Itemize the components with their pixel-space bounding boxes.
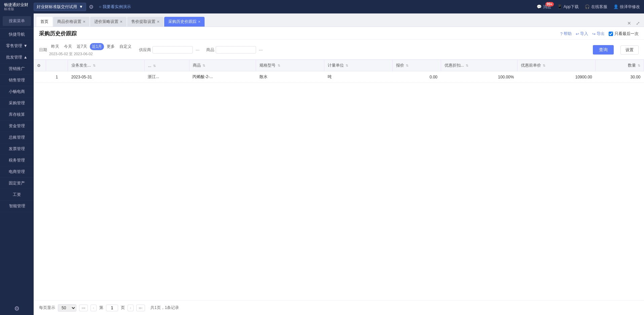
sidebar-item-retail[interactable]: 零售管理 ▼ xyxy=(0,40,34,52)
next-page-button[interactable]: › xyxy=(128,305,134,311)
date-today-button[interactable]: 今天 xyxy=(62,43,74,50)
version-selector[interactable]: 好业财标准版交付试用 ▼ xyxy=(34,3,86,11)
sort-icon: ⇅ xyxy=(153,64,156,68)
sidebar-search-section: 搜索菜单 xyxy=(0,13,34,29)
export-icon: ↪ xyxy=(592,32,596,36)
help-button[interactable]: ? 帮助 xyxy=(560,31,572,37)
phone-icon: 📱 xyxy=(557,4,562,9)
th-spec[interactable]: 规格型号 ⇅ xyxy=(256,60,324,71)
th-num xyxy=(46,60,68,71)
th-quantity[interactable]: 数量 ⇅ xyxy=(596,60,644,71)
search-menu-button[interactable]: 搜索菜单 xyxy=(3,16,31,26)
app-download-button[interactable]: 📱 App下载 xyxy=(557,4,579,10)
user-profile-button[interactable]: 👤 徐泽华修改 xyxy=(613,4,640,10)
import-icon: ↩ xyxy=(576,32,579,36)
sidebar-item-assets[interactable]: 固定资产 xyxy=(0,178,34,189)
total-info: 共1页，1条记录 xyxy=(150,305,179,311)
sidebar-item-ecommerce-small[interactable]: 小畅电商 xyxy=(0,86,34,98)
date-more-button[interactable]: 更多 xyxy=(105,43,117,50)
th-date[interactable]: 业务发生... ⇅ xyxy=(68,60,144,71)
th-settings[interactable]: ⚙ xyxy=(34,60,46,71)
supplier-input[interactable] xyxy=(152,46,193,54)
product-more-button[interactable]: ··· xyxy=(257,47,264,53)
product-label: 商品 xyxy=(206,47,214,53)
notification-button[interactable]: 💬 消息 99+ xyxy=(537,4,551,10)
sidebar-item-marketing[interactable]: 营销推广 xyxy=(0,63,34,75)
th-discount[interactable]: 优惠折扣... ⇅ xyxy=(441,60,517,71)
first-page-button[interactable]: ⏮ xyxy=(79,305,88,311)
last-page-button[interactable]: ⏭ xyxy=(136,305,145,311)
notification-icon: 💬 xyxy=(537,4,542,9)
tab-price-settings[interactable]: 商品价格设置 ✕ xyxy=(53,17,90,27)
sidebar-item-ledger[interactable]: 总账管理 xyxy=(0,132,34,143)
sidebar-item-finance[interactable]: 资金管理 xyxy=(0,120,34,132)
demo-link[interactable]: ○ 我要看实例演示 xyxy=(99,4,131,10)
product-input[interactable] xyxy=(216,46,256,54)
per-page-label: 每页显示 xyxy=(39,305,55,311)
date-last1m-button[interactable]: 近1月 xyxy=(90,43,104,50)
tab-sale-price[interactable]: 售价提取设置 ✕ xyxy=(127,17,164,27)
sidebar-item-ecommerce[interactable]: 电商管理 xyxy=(0,166,34,178)
filter-settings-button[interactable]: 设置 xyxy=(620,45,639,55)
date-yesterday-button[interactable]: 昨天 xyxy=(49,43,61,50)
export-button[interactable]: ↪ 导出 xyxy=(592,31,605,37)
supplier-label: 供应商 xyxy=(139,47,151,53)
supplier-more-button[interactable]: ··· xyxy=(194,47,201,53)
sidebar-item-purchase[interactable]: 采购管理 xyxy=(0,98,34,109)
date-custom-button[interactable]: 自定义 xyxy=(117,43,134,50)
tab-close-window-button[interactable]: ✕ xyxy=(626,20,633,27)
sidebar-item-salary[interactable]: 工资 xyxy=(0,189,34,201)
sort-icon: ⇅ xyxy=(93,64,96,67)
data-table: ⚙ 业务发生... ⇅ ... ⇅ 商品 ⇅ xyxy=(34,60,644,83)
tab-maximize-button[interactable]: ⤢ xyxy=(635,20,641,27)
table-row: 1 2023-05-31 浙江... 丙烯酸-2-... 散水 吨 0.00 1… xyxy=(34,71,644,83)
sidebar-item-invoice[interactable]: 发票管理 xyxy=(0,143,34,155)
tab-close-icon[interactable]: ✕ xyxy=(83,20,85,24)
td-num: 1 xyxy=(46,71,68,83)
date-options-container: 昨天 今天 近7天 近1月 更多 自定义 2023-05-02 至 2023-0… xyxy=(49,43,134,57)
prev-page-button[interactable]: ‹ xyxy=(91,305,97,311)
th-product[interactable]: 商品 ⇅ xyxy=(189,60,256,71)
sidebar-gear-icon[interactable]: ⚙ xyxy=(14,305,20,312)
tab-home[interactable]: 首页 xyxy=(36,17,52,27)
online-service-button[interactable]: 🎧 在线客服 xyxy=(585,4,607,10)
user-icon: 👤 xyxy=(613,4,618,9)
th-price[interactable]: 报价 ⇅ xyxy=(392,60,441,71)
tab-bar: 首页 商品价格设置 ✕ 进价策略设置 ✕ 售价提取设置 ✕ 采购历史价跟踪 ✕ … xyxy=(34,13,644,27)
query-button[interactable]: 查询 xyxy=(593,45,614,55)
tab-close-icon[interactable]: ✕ xyxy=(120,20,122,24)
page-label-before: 第 xyxy=(99,305,103,311)
tab-close-icon[interactable]: ✕ xyxy=(157,20,159,24)
per-page-select[interactable]: 50 10 20 100 xyxy=(58,304,76,312)
sidebar-item-inventory[interactable]: 库存核算 xyxy=(0,109,34,120)
td-spec: 散水 xyxy=(256,71,324,83)
top-right-actions: 💬 消息 99+ 📱 App下载 🎧 在线客服 👤 徐泽华修改 xyxy=(537,4,640,10)
th-more[interactable]: ... ⇅ xyxy=(144,60,189,71)
sidebar-item-tax[interactable]: 税务管理 xyxy=(0,155,34,166)
help-icon: ? xyxy=(560,32,563,36)
import-button[interactable]: ↩ 导入 xyxy=(576,31,588,37)
page-header: 采购历史价跟踪 ? 帮助 ↩ 导入 ↪ 导出 只看最后一次 xyxy=(34,27,644,40)
tab-purchase-strategy[interactable]: 进价策略设置 ✕ xyxy=(90,17,127,27)
sidebar-item-quick-nav[interactable]: 快捷导航 xyxy=(0,29,34,40)
content-area: 首页 商品价格设置 ✕ 进价策略设置 ✕ 售价提取设置 ✕ 采购历史价跟踪 ✕ … xyxy=(34,13,644,315)
chevron-down-icon: ▼ xyxy=(24,43,28,48)
header-settings-button[interactable]: ⚙ xyxy=(89,4,94,10)
th-unit[interactable]: 计量单位 ⇅ xyxy=(324,60,393,71)
sort-icon: ⇅ xyxy=(406,64,408,67)
current-page-input[interactable] xyxy=(106,305,118,311)
tab-purchase-history[interactable]: 采购历史价跟踪 ✕ xyxy=(164,17,205,27)
sort-icon: ⇅ xyxy=(346,64,348,67)
sort-icon: ⇅ xyxy=(278,64,280,67)
th-pre-discount-price[interactable]: 优惠前单价 ⇅ xyxy=(517,60,595,71)
sidebar-item-intelligent[interactable]: 智能管理 xyxy=(0,201,34,212)
sidebar-item-wholesale[interactable]: 批发管理 ▲ xyxy=(0,52,34,63)
page-title: 采购历史价跟踪 xyxy=(39,30,77,37)
tab-close-icon[interactable]: ✕ xyxy=(198,20,201,24)
td-quantity: 30.00 xyxy=(596,71,644,83)
only-last-checkbox[interactable]: 只看最后一次 xyxy=(609,31,639,37)
sidebar-item-sales[interactable]: 销售管理 xyxy=(0,75,34,86)
date-last7-button[interactable]: 近7天 xyxy=(75,43,89,50)
td-pre-discount-price: 10900.00 xyxy=(517,71,595,83)
only-last-input[interactable] xyxy=(609,32,613,36)
